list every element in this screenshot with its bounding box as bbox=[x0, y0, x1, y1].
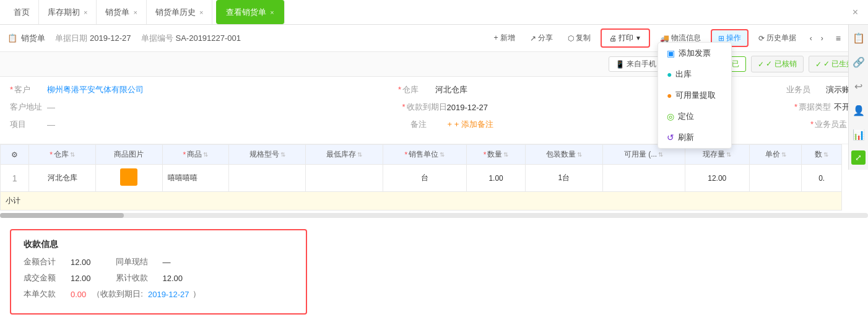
customer-value[interactable]: 柳州粤港平安气体有限公司 bbox=[47, 84, 144, 95]
doc-no-field: 单据编号 SA-20191227-001 bbox=[141, 33, 241, 44]
action-bar: 📱 来自手机 ⊙ 未开票 ✓ 已 ✓ ✓ 已核销 ✓ ✓ 已生效 bbox=[0, 52, 868, 77]
sidebar-doc-icon[interactable]: 📋 bbox=[850, 30, 867, 46]
amount-total-value: 12.00 bbox=[71, 258, 91, 267]
ticket-type-label: *票据类型 bbox=[794, 102, 831, 113]
product-image bbox=[120, 168, 137, 186]
tab-home[interactable]: 首页 bbox=[5, 0, 39, 24]
transaction-amount-value: 12.00 bbox=[71, 274, 91, 283]
row-unit-price bbox=[749, 165, 801, 192]
tab-sales-order-close[interactable]: × bbox=[133, 9, 137, 16]
amount-total-label: 金额合计 bbox=[24, 256, 67, 267]
col-amount[interactable]: 数⇅ bbox=[802, 145, 842, 165]
tab-sales-history-close[interactable]: × bbox=[199, 9, 203, 16]
tab-view-sales-close[interactable]: × bbox=[270, 9, 274, 16]
project-field: 项目 — bbox=[10, 119, 410, 130]
row-amount: 0. bbox=[802, 165, 842, 192]
col-unit-price[interactable]: 单价⇅ bbox=[749, 145, 801, 165]
settings-icon: ⚙ bbox=[11, 150, 18, 159]
prev-arrow[interactable]: ‹ bbox=[806, 32, 816, 45]
next-arrow[interactable]: › bbox=[817, 32, 827, 45]
dropdown-add-invoice[interactable]: ▣ 添加发票 bbox=[658, 43, 731, 64]
tab-sales-order[interactable]: 销货单 × bbox=[97, 0, 146, 24]
sidebar-chart-icon[interactable]: 📊 bbox=[850, 126, 867, 143]
col-product-img: 商品图片 bbox=[95, 145, 162, 165]
project-label: 项目 bbox=[10, 119, 47, 130]
share-icon: ↗ bbox=[530, 34, 536, 43]
due-date-note-end: ） bbox=[193, 289, 201, 300]
col-warehouse[interactable]: *仓库⇅ bbox=[29, 145, 96, 165]
row-quantity: 1.00 bbox=[466, 165, 526, 192]
copy-button[interactable]: ⬡ 复制 bbox=[563, 31, 596, 45]
tab-bar: 首页 库存期初 × 销货单 × 销货单历史 × 查看销货单 × × bbox=[0, 0, 868, 25]
note-add-button[interactable]: + + 添加备注 bbox=[448, 119, 493, 130]
tab-view-sales-label: 查看销货单 bbox=[226, 7, 266, 18]
cancelled-button[interactable]: ✓ ✓ 已核销 bbox=[751, 56, 803, 72]
payment-row-2: 成交金额 12.00 累计收款 12.00 bbox=[24, 272, 293, 284]
mobile-tag-label: 来自手机 bbox=[627, 59, 656, 69]
payment-row-1: 金额合计 12.00 同单现结 — bbox=[24, 256, 293, 267]
cancelled-button-label: ✓ 已核销 bbox=[766, 59, 796, 69]
scrollbar-thumb[interactable] bbox=[0, 213, 124, 218]
customer-field: *客户 柳州粤港平安气体有限公司 bbox=[10, 84, 398, 95]
mobile-tag[interactable]: 📱 来自手机 bbox=[609, 56, 663, 72]
print-button[interactable]: 🖨 打印 ▼ bbox=[604, 31, 646, 45]
plus-icon: + bbox=[448, 119, 453, 129]
row-current-stock: 12.00 bbox=[685, 165, 749, 192]
note-add-label: + 添加备注 bbox=[454, 119, 493, 129]
row-min-stock bbox=[306, 165, 383, 192]
same-order-settlement-value: — bbox=[163, 258, 171, 267]
tab-home-label: 首页 bbox=[14, 7, 30, 18]
tab-inventory-init-close[interactable]: × bbox=[84, 9, 87, 16]
payment-section: 收款信息 金额合计 12.00 同单现结 — 成交金额 12.00 累计收款 bbox=[0, 220, 868, 323]
payment-title: 收款信息 bbox=[24, 239, 293, 250]
col-package-qty[interactable]: 包装数量⇅ bbox=[526, 145, 602, 165]
dropdown-refresh[interactable]: ↺ 刷新 bbox=[658, 127, 731, 148]
sidebar-user-icon[interactable]: 👤 bbox=[850, 102, 867, 119]
amount-total-item: 金额合计 12.00 bbox=[24, 256, 91, 267]
tab-inventory-init[interactable]: 库存期初 × bbox=[39, 0, 97, 24]
table-row: 1 河北仓库 嘻嘻嘻嘻 台 1.00 1台 12.00 0. bbox=[1, 165, 842, 192]
col-spec[interactable]: 规格型号⇅ bbox=[229, 145, 306, 165]
col-sales-unit[interactable]: *销售单位⇅ bbox=[383, 145, 466, 165]
tab-inventory-init-label: 库存期初 bbox=[48, 7, 80, 18]
doc-header: 📋 销货单 单据日期 2019-12-27 单据编号 SA-20191227-0… bbox=[0, 25, 868, 52]
current-due-label: 本单欠款 bbox=[24, 289, 67, 300]
outbound-label: 出库 bbox=[675, 69, 692, 80]
horizontal-scrollbar[interactable] bbox=[0, 213, 868, 218]
address-value: — bbox=[47, 103, 55, 112]
tab-sales-history[interactable]: 销货单历史 × bbox=[147, 0, 212, 24]
share-button[interactable]: ↗ 分享 bbox=[525, 31, 558, 45]
sidebar-return-icon[interactable]: ↩ bbox=[852, 78, 865, 95]
dropdown-outbound[interactable]: ● 出库 bbox=[658, 64, 731, 85]
tab-view-sales[interactable]: 查看销货单 × bbox=[216, 0, 284, 24]
window-close-button[interactable]: × bbox=[848, 7, 863, 18]
new-button[interactable]: + 新增 bbox=[489, 31, 520, 45]
dropdown-available-qty[interactable]: ● 可用量提取 bbox=[658, 85, 731, 106]
col-product[interactable]: *商品⇅ bbox=[162, 145, 229, 165]
sidebar-link-icon[interactable]: 🔗 bbox=[850, 54, 867, 71]
locate-icon: ◎ bbox=[667, 111, 674, 121]
cumulative-receipt-label: 累计收款 bbox=[116, 272, 159, 284]
locate-label: 定位 bbox=[678, 111, 694, 122]
mobile-icon: 📱 bbox=[615, 60, 625, 69]
doc-title-section: 📋 销货单 bbox=[7, 33, 45, 44]
print-button-label: 打印 bbox=[618, 33, 633, 43]
share-button-label: 分享 bbox=[538, 33, 553, 43]
print-dropdown-arrow[interactable]: ▼ bbox=[635, 35, 641, 41]
col-quantity[interactable]: *数量⇅ bbox=[466, 145, 526, 165]
new-button-label: + 新增 bbox=[494, 33, 515, 43]
sidebar-expand-icon[interactable]: ⤢ bbox=[851, 150, 866, 165]
cumulative-receipt-value: 12.00 bbox=[163, 274, 183, 283]
history-button-label: 历史单据 bbox=[766, 33, 796, 43]
history-button[interactable]: ⟳ 历史单据 bbox=[753, 31, 801, 45]
tab-sales-order-label: 销货单 bbox=[105, 7, 129, 18]
col-settings[interactable]: ⚙ bbox=[1, 145, 29, 165]
available-qty-label: 可用量提取 bbox=[675, 90, 716, 101]
current-due-value: 0.00 bbox=[71, 290, 86, 299]
row-product: 嘻嘻嘻嘻 bbox=[162, 165, 229, 192]
dropdown-locate[interactable]: ◎ 定位 bbox=[658, 106, 731, 127]
list-view-button[interactable]: ≡ bbox=[832, 32, 844, 45]
doc-date-field: 单据日期 2019-12-27 bbox=[55, 33, 131, 44]
row-warehouse: 河北仓库 bbox=[29, 165, 96, 192]
col-min-stock[interactable]: 最低库存⇅ bbox=[306, 145, 383, 165]
